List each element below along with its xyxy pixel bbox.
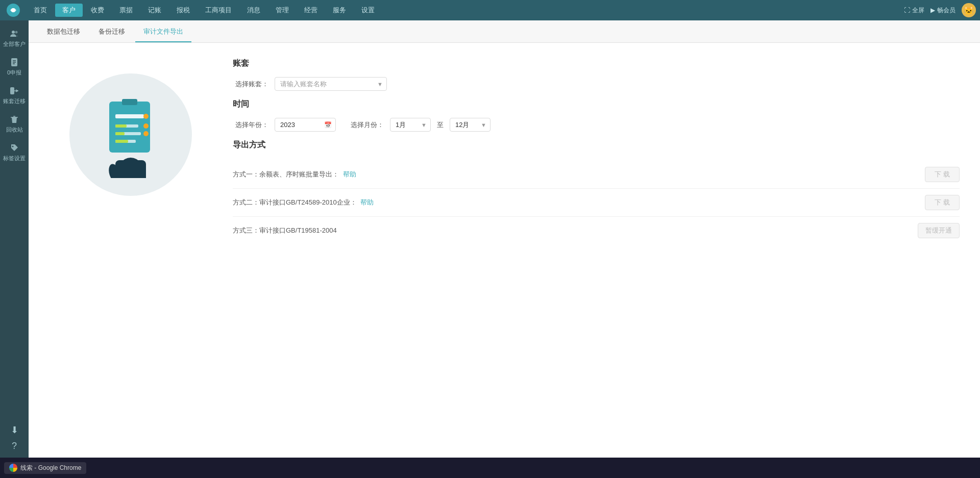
fullscreen-icon: ⛶ [904,7,910,14]
select-account-label: 选择账套： [233,80,268,89]
member-button[interactable]: ▶ 畅会员 [930,6,955,15]
year-input[interactable] [275,118,336,132]
nav-message[interactable]: 消息 [240,4,267,17]
svg-point-1 [11,8,15,12]
nav-manage[interactable]: 管理 [268,4,296,17]
users-icon [9,29,19,39]
sidebar-item-tag[interactable]: 标签设置 [0,139,29,166]
sidebar-item-all-clients[interactable]: 全部客户 [0,24,29,52]
export-method-1-download-btn[interactable]: 下 载 [925,167,960,182]
nav-fee[interactable]: 收费 [84,4,111,17]
export-method-2-label: 方式二：审计接口GB/T24589-2010企业： [233,198,357,206]
illustration-circle [69,73,192,196]
nav-settings[interactable]: 设置 [354,4,382,17]
sidebar-label-zero-declare: 0申报 [7,69,21,77]
sidebar-label-trash: 回收站 [6,126,23,134]
chrome-icon [9,464,17,472]
form-side: 账套 选择账套： 请输入账套名称 ▼ 时间 选择年份： [212,58,960,442]
svg-rect-12 [115,160,146,178]
sidebar: 全部客户 0申报 账套迁移 回收站 [0,20,29,458]
export-method-1-text: 方式一：余额表、序时账批量导出： 帮助 [233,170,356,179]
form-row-time: 选择年份： 📅 选择月份： 1月2月3月4月 5月6月7月8月 9月10月11月… [233,118,960,132]
sidebar-download-icon[interactable]: ⬇ [11,424,18,436]
migrate-icon [9,86,19,96]
sub-tabs: 数据包迁移 备份迁移 审计文件导出 [29,20,980,43]
export-method-2-text: 方式二：审计接口GB/T24589-2010企业： 帮助 [233,198,374,207]
svg-point-22 [143,131,149,136]
sidebar-item-trash[interactable]: 回收站 [0,110,29,138]
nav-items: 首页 客户 收费 票据 记账 报税 工商项目 消息 管理 经营 服务 设置 [27,4,904,17]
taskbar-chrome-item[interactable]: 线索 - Google Chrome [4,462,86,474]
main-layout: 全部客户 0申报 账套迁移 回收站 [0,20,980,458]
avatar[interactable]: 🐱 [962,3,976,17]
form-row-account: 选择账套： 请输入账套名称 ▼ [233,77,960,91]
svg-point-20 [143,114,149,119]
tab-data-migrate[interactable]: 数据包迁移 [39,22,88,42]
export-method-1: 方式一：余额表、序时账批量导出： 帮助 下 载 [233,161,960,189]
export-section: 方式一：余额表、序时账批量导出： 帮助 下 载 方式二：审计接口GB/T2458… [233,161,960,244]
svg-rect-16 [115,114,144,118]
svg-rect-25 [115,140,128,143]
section-title-export: 导出方式 [233,140,960,150]
sidebar-help-icon[interactable]: ? [12,441,17,451]
export-method-1-help-link[interactable]: 帮助 [343,170,356,178]
export-method-3-open-btn[interactable]: 暂缓开通 [918,223,960,238]
logo [4,1,22,19]
tag-icon [9,143,19,153]
select-month-label: 选择月份： [348,120,384,130]
export-method-3-text: 方式三：审计接口GB/T19581-2004 [233,226,337,235]
svg-rect-24 [115,132,125,135]
video-icon: ▶ [930,7,935,14]
top-navigation: 首页 客户 收费 票据 记账 报税 工商项目 消息 管理 经营 服务 设置 ⛶ … [0,0,980,20]
month-start-wrapper: 1月2月3月4月 5月6月7月8月 9月10月11月12月 ▼ [390,118,431,132]
nav-invoice[interactable]: 票据 [112,4,140,17]
export-method-2: 方式二：审计接口GB/T24589-2010企业： 帮助 下 载 [233,189,960,217]
taskbar-chrome-label: 线索 - Google Chrome [20,464,81,472]
sidebar-label-migrate: 账套迁移 [3,97,26,105]
month-start-select[interactable]: 1月2月3月4月 5月6月7月8月 9月10月11月12月 [390,118,431,132]
svg-rect-15 [122,99,137,105]
nav-client[interactable]: 客户 [55,4,83,17]
sidebar-bottom: ⬇ ? [11,424,18,451]
svg-point-2 [12,31,15,34]
sidebar-item-migrate[interactable]: 账套迁移 [0,82,29,109]
sidebar-label-tag: 标签设置 [3,155,26,162]
svg-rect-8 [10,87,14,94]
select-year-label: 选择年份： [233,120,268,130]
month-end-wrapper: 1月2月3月4月 5月6月7月8月 9月10月11月 12月 ▼ [450,118,491,132]
nav-tax[interactable]: 报税 [169,4,197,17]
taskbar: 线索 - Google Chrome [0,458,980,478]
export-method-3: 方式三：审计接口GB/T19581-2004 暂缓开通 [233,217,960,244]
export-method-3-label: 方式三：审计接口GB/T19581-2004 [233,227,337,234]
sidebar-label-all-clients: 全部客户 [3,40,26,48]
nav-account[interactable]: 记账 [141,4,168,17]
tab-audit-export[interactable]: 审计文件导出 [135,22,191,42]
section-title-account: 账套 [233,58,960,69]
nav-right: ⛶ 全屏 ▶ 畅会员 🐱 [904,3,976,17]
account-select-wrapper: 请输入账套名称 ▼ [275,77,387,91]
year-input-wrapper: 📅 [275,118,336,132]
illustration-svg [90,91,172,178]
export-method-2-help-link[interactable]: 帮助 [360,198,374,206]
illustration-side [49,58,212,442]
nav-home[interactable]: 首页 [27,4,54,17]
account-select[interactable]: 请输入账套名称 [275,77,387,91]
sidebar-item-zero-declare[interactable]: 0申报 [0,53,29,81]
file-icon [9,57,19,67]
section-title-time: 时间 [233,99,960,110]
trash-icon [9,114,19,124]
nav-operation[interactable]: 经营 [297,4,325,17]
tab-backup-migrate[interactable]: 备份迁移 [90,22,133,42]
member-label: 畅会员 [937,6,955,15]
month-end-select[interactable]: 1月2月3月4月 5月6月7月8月 9月10月11月 12月 [450,118,491,132]
svg-point-21 [143,123,149,129]
time-separator: 至 [437,120,444,130]
page-content: 账套 选择账套： 请输入账套名称 ▼ 时间 选择年份： [29,43,980,458]
fullscreen-label: 全屏 [912,6,924,15]
export-method-2-download-btn[interactable]: 下 载 [925,195,960,210]
nav-service[interactable]: 服务 [326,4,353,17]
nav-business[interactable]: 工商项目 [198,4,239,17]
svg-rect-23 [115,124,127,128]
fullscreen-button[interactable]: ⛶ 全屏 [904,6,924,15]
svg-point-3 [15,31,18,34]
